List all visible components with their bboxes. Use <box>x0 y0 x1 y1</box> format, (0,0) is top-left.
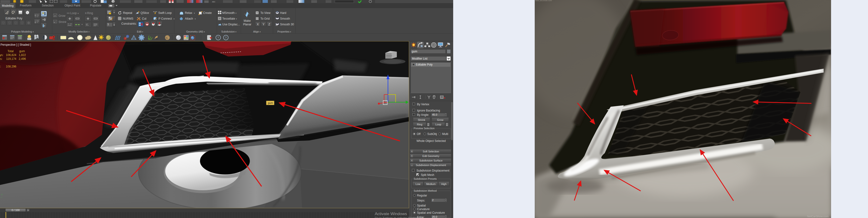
svg-text:NetCarShow.com: NetCarShow.com <box>535 0 552 2</box>
svg-text:30: 30 <box>276 24 278 26</box>
svg-text:?: ? <box>225 36 226 39</box>
svg-text:NetCarShow.com: NetCarShow.com <box>807 215 829 218</box>
svg-text:0x: 0x <box>166 37 167 39</box>
svg-text:gum: gum <box>268 102 273 104</box>
svg-text:RIGHT: RIGHT <box>386 55 392 57</box>
svg-text:?: ? <box>217 36 219 39</box>
svg-text:HF: HF <box>156 38 158 40</box>
